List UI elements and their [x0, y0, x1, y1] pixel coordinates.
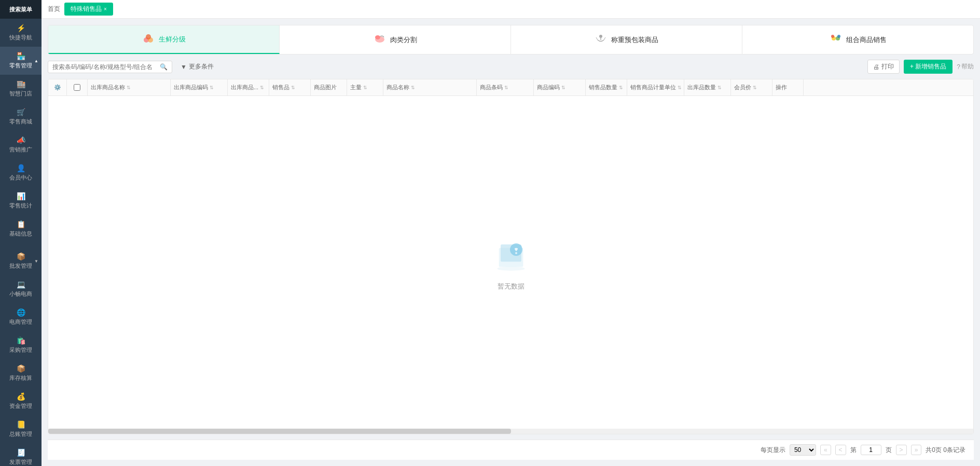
sidebar-item-finance[interactable]: 💰 资金管理 [0, 387, 42, 415]
cat-tab-meat-cut[interactable]: 肉类分割 [280, 25, 511, 54]
help-button[interactable]: ? 帮助 [957, 62, 974, 71]
th-prod-code-label: 商品编码 [537, 84, 560, 91]
svg-point-17 [515, 252, 517, 254]
next-page-button[interactable]: > [896, 445, 907, 455]
empty-state: 暂无数据 [490, 234, 532, 291]
sort-icon-prodname[interactable]: ⇅ [411, 85, 415, 90]
sidebar-label-marketing: 营销推广 [9, 146, 32, 154]
last-page-button[interactable]: » [911, 445, 922, 455]
purchase-icon: 🛍️ [17, 336, 25, 345]
marketing-icon: 📣 [17, 136, 25, 144]
page-label-prefix: 第 [850, 446, 857, 455]
sort-icon-saleqty[interactable]: ⇅ [619, 85, 623, 90]
th-wms-name: 出库商品名称 ⇅ [88, 79, 171, 95]
filter-label: 更多条件 [189, 62, 214, 71]
search-icon[interactable]: 🔍 [160, 63, 168, 71]
sidebar-item-mini-ecom[interactable]: 💻 小畅电商 [0, 275, 42, 303]
print-button[interactable]: 🖨 打印 [867, 60, 900, 74]
th-sale-item: 销售品 ⇅ [269, 79, 311, 95]
sidebar-logo[interactable]: 搜索菜单 [0, 0, 42, 19]
sidebar-label-purchase: 采购管理 [9, 346, 32, 354]
main-content: 首页 特殊销售品 × 生鲜分级 [42, 0, 980, 466]
sidebar-item-retail-mgmt[interactable]: 🏪 零售管理 [0, 47, 42, 75]
quick-nav-icon: ⚡ [17, 24, 25, 32]
invoice-icon: 🧾 [17, 448, 25, 457]
search-box[interactable]: 🔍 [48, 61, 172, 73]
sort-icon-price[interactable]: ⇅ [753, 85, 757, 90]
sort-icon-wms-code[interactable]: ⇅ [210, 85, 214, 90]
select-all-checkbox[interactable] [74, 84, 80, 91]
toolbar-right: 🖨 打印 + 新增销售品 ? 帮助 [867, 60, 974, 74]
sidebar-item-retail-mall[interactable]: 🛒 零售商城 [0, 103, 42, 131]
sort-icon-sale[interactable]: ⇅ [291, 85, 295, 90]
page-number-input[interactable] [861, 445, 881, 455]
mini-ecom-icon: 💻 [17, 280, 25, 289]
sidebar-item-ledger[interactable]: 📒 总账管理 [0, 415, 42, 443]
th-wms-extra-label: 出库商品... [231, 84, 258, 91]
th-wms-code-label: 出库商品编码 [174, 84, 208, 91]
sort-icon-wms-name[interactable]: ⇅ [127, 85, 131, 90]
th-setting[interactable]: ⚙️ [48, 79, 67, 95]
cat-tab-fresh-grade-label: 生鲜分级 [159, 35, 186, 44]
cat-tab-weight-pkg-label: 称重预包装商品 [611, 35, 658, 45]
filter-icon: ▼ [181, 63, 187, 71]
sidebar-item-purchase[interactable]: 🛍️ 采购管理 [0, 331, 42, 359]
fresh-grade-icon [142, 32, 155, 47]
toolbar-left: 🔍 ▼ 更多条件 [48, 60, 218, 73]
category-tabs: 生鲜分级 肉类分割 [48, 25, 974, 54]
sort-icon-prodcode[interactable]: ⇅ [561, 85, 565, 90]
topbar-home[interactable]: 首页 [48, 5, 60, 13]
new-sale-item-button[interactable]: + 新增销售品 [904, 60, 953, 74]
page-size-label: 每页显示 [761, 446, 785, 455]
cat-tab-weight-pkg[interactable]: 称重预包装商品 [511, 25, 742, 54]
retail-mgmt-icon: 🏪 [17, 52, 25, 60]
th-unit-label: 销售商品计量单位 [630, 84, 676, 91]
search-input[interactable] [52, 63, 158, 71]
cat-tab-fresh-grade[interactable]: 生鲜分级 [48, 25, 280, 54]
sidebar-label-retail-mall: 零售商城 [9, 118, 32, 126]
sort-icon-weight[interactable]: ⇅ [363, 85, 367, 90]
th-operation-label: 操作 [776, 84, 787, 91]
help-icon: ? [957, 63, 960, 71]
sort-icon-barcode[interactable]: ⇅ [504, 85, 508, 90]
th-checkbox[interactable] [67, 79, 88, 95]
sidebar-item-ecom-mgmt[interactable]: 🌐 电商管理 [0, 303, 42, 331]
svg-point-4 [375, 35, 380, 39]
horizontal-scrollbar[interactable] [48, 429, 973, 434]
page-size-select[interactable]: 20 50 100 [790, 444, 816, 456]
sidebar-item-quick-nav[interactable]: ⚡ 快捷导航 [0, 19, 42, 47]
sort-icon-unit[interactable]: ⇅ [678, 85, 682, 90]
th-price: 会员价 ⇅ [731, 79, 772, 95]
th-sale-qty: 销售品数量 ⇅ [586, 79, 627, 95]
sort-icon-wmsqty[interactable]: ⇅ [717, 85, 722, 90]
horizontal-scrollbar-thumb[interactable] [48, 429, 511, 434]
cat-tab-combo[interactable]: 组合商品销售 [742, 25, 973, 54]
filter-button[interactable]: ▼ 更多条件 [176, 60, 218, 73]
sort-icon-wms-extra[interactable]: ⇅ [260, 85, 264, 90]
prev-page-button[interactable]: < [835, 445, 846, 455]
sidebar-item-smart-store[interactable]: 🏬 智慧门店 [0, 75, 42, 103]
sidebar-item-inventory[interactable]: 📦 库存核算 [0, 359, 42, 387]
active-tab[interactable]: 特殊销售品 × [64, 3, 113, 16]
sidebar-item-retail-stats[interactable]: 📊 零售统计 [0, 187, 42, 215]
sidebar-label-inventory: 库存核算 [9, 374, 32, 382]
th-wms-extra: 出库商品... ⇅ [228, 79, 269, 95]
sidebar-item-invoice[interactable]: 🧾 发票管理 [0, 443, 42, 466]
th-prod-code: 商品编码 ⇅ [534, 79, 586, 95]
th-weight: 主量 ⇅ [347, 79, 383, 95]
sidebar-item-basic-info[interactable]: 📋 基础信息 [0, 215, 42, 243]
first-page-button[interactable]: « [820, 445, 831, 455]
sidebar-item-member[interactable]: 👤 会员中心 [0, 159, 42, 187]
tab-close-button[interactable]: × [104, 6, 107, 12]
sidebar-item-marketing[interactable]: 📣 营销推广 [0, 131, 42, 159]
finance-icon: 💰 [17, 392, 25, 401]
svg-point-13 [497, 266, 524, 270]
content-area: 生鲜分级 肉类分割 [42, 19, 980, 466]
wholesale-icon: 📦 [17, 252, 25, 261]
cat-tab-meat-cut-label: 肉类分割 [390, 35, 417, 45]
sidebar-item-wholesale[interactable]: 📦 批发管理 [0, 247, 42, 275]
pagination-bar: 每页显示 20 50 100 « < 第 页 > » 共0页 0条记录 [48, 440, 974, 460]
th-sale-qty-label: 销售品数量 [589, 84, 617, 91]
sidebar-label-smart-store: 智慧门店 [9, 90, 32, 98]
retail-stats-icon: 📊 [17, 192, 25, 200]
